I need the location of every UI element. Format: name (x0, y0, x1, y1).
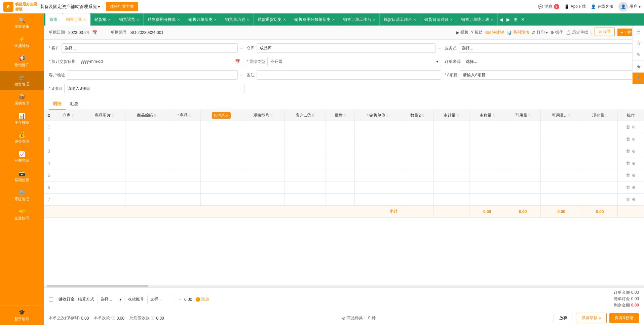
sidebar-item-inventory[interactable]: 📊 库存核算 (0, 109, 44, 128)
col-main-qty[interactable]: 主数量⇅ (469, 110, 505, 121)
tab-close-icon[interactable]: ✕ (214, 18, 217, 22)
copy-icon[interactable]: ⊕ (632, 185, 636, 190)
col-main-unit[interactable]: 主计量⇅ (433, 110, 469, 121)
delete-icon[interactable]: 🗑 (626, 136, 630, 141)
tab-detail[interactable]: 明细 (49, 99, 66, 110)
warehouse-more[interactable]: ··· (438, 46, 441, 50)
tab-close-icon[interactable]: ✕ (373, 18, 375, 22)
add-payment-button[interactable]: 🟠 添加 (195, 296, 209, 302)
col-unit[interactable]: *销售单位⇅ (355, 110, 401, 121)
tab-order-history[interactable]: 销售订单历史 ✕ (184, 13, 221, 26)
tab-close-icon[interactable]: ✕ (491, 18, 493, 22)
delete-icon[interactable]: 🗑 (626, 149, 630, 154)
payment-method-input[interactable]: 选择... ▾ (98, 295, 124, 304)
copy-icon[interactable]: ⊕ (632, 197, 636, 202)
industry-button[interactable]: 体验行业方案 (106, 2, 138, 11)
invoice-input[interactable]: 不开票 ▾ (267, 57, 441, 66)
sidebar-item-baseinfo[interactable]: 🗃️ 基础信息 (0, 167, 44, 186)
calendar-icon[interactable]: 📅 (92, 30, 97, 35)
tab-close-icon[interactable]: ✕ (450, 18, 453, 22)
col-product[interactable]: *商品⇅ (168, 110, 200, 121)
tab-expense-split[interactable]: 销售费用分摊单 ✕ (144, 13, 184, 26)
col-scan[interactable]: 扫码录入 (200, 110, 242, 121)
profit-btn[interactable]: 📊 毛利预估 (507, 30, 529, 35)
copy-icon[interactable]: ⊕ (632, 161, 636, 166)
sidebar-item-operation[interactable]: 📈 经营管理 (0, 148, 44, 167)
message-button[interactable]: 💬 消息 9 (538, 4, 559, 9)
tab-close-icon[interactable]: ✕ (283, 18, 286, 22)
tab-close-icon[interactable]: ✕ (83, 18, 86, 22)
address-more[interactable]: ··· (240, 73, 243, 77)
tab-close-icon[interactable]: ✕ (137, 18, 139, 22)
tab-sales-slip[interactable]: 销货单 ✕ (90, 13, 115, 26)
tab-close-icon[interactable]: ✕ (413, 18, 416, 22)
sidebar-item-sales[interactable]: 🛒 销售管理 (0, 71, 44, 90)
tab-home[interactable]: 首页 (45, 13, 62, 26)
draft-dropdown-icon[interactable]: ▾ (599, 316, 601, 321)
account-more[interactable]: ··· (178, 297, 181, 302)
salesperson-input[interactable]: 选择... (459, 43, 634, 53)
tab-close-icon[interactable]: ✕ (332, 18, 335, 22)
tab-order-report[interactable]: 销售订单统计表 ✕ (457, 13, 498, 26)
tab-close-icon[interactable]: ✕ (108, 18, 111, 22)
col-warehouse[interactable]: 仓库⇅ (54, 110, 83, 121)
col-qty2[interactable]: 数量2⇅ (401, 110, 433, 121)
tab-daily-workbench[interactable]: 钱货日清工作台 ✕ (380, 13, 420, 26)
col-code[interactable]: 商品编码⇅ (125, 110, 168, 121)
tab-summary[interactable]: 汇总 (66, 99, 82, 110)
tab-close-icon[interactable]: ✕ (177, 18, 180, 22)
scan-button[interactable]: 扫码录入 (212, 112, 231, 119)
b-project-input[interactable]: 请输入B项目 (64, 84, 244, 93)
tab-return-history[interactable]: 销货退货历史 ✕ (254, 13, 290, 26)
customer-input[interactable]: 选择... (62, 43, 238, 53)
system-name[interactable]: 装备及固定资产辅助管理系统 ▾ (40, 4, 100, 10)
right-panel-item-3[interactable]: ✎ (633, 49, 644, 61)
col-available[interactable]: 可用量⇅ (505, 110, 541, 121)
col-attr[interactable]: 属性⇅ (326, 110, 355, 121)
delete-icon[interactable]: 🗑 (626, 185, 630, 190)
copy-icon[interactable]: ⊕ (632, 124, 636, 129)
tab-next-button[interactable]: ▶ (505, 17, 512, 22)
tab-expand-button[interactable]: ⊞ (512, 17, 519, 22)
copy-icon[interactable]: ⊕ (632, 149, 636, 154)
note-input[interactable] (257, 70, 441, 80)
tab-daily-reconcile[interactable]: 钱货日清对账 ✕ (420, 13, 457, 26)
delete-icon[interactable]: 🗑 (626, 124, 630, 129)
delete-icon[interactable]: 🗑 (626, 161, 630, 166)
sidebar-item-finance[interactable]: 💰 资金管理 (0, 128, 44, 148)
delete-icon[interactable]: 🗑 (626, 173, 630, 178)
right-panel-item-1[interactable]: ⊟ (633, 26, 644, 37)
print-btn[interactable]: 🖨 打印 ▾ (532, 30, 548, 35)
online-service-button[interactable]: 👤 在线客服 (591, 4, 613, 9)
tab-prev-button[interactable]: ◀ (498, 17, 505, 22)
sidebar-item-system[interactable]: ⚙️ 系统管理 (0, 186, 44, 205)
history-btn[interactable]: 📋 历史单据 (566, 30, 588, 35)
tab-expense-history[interactable]: 销售费用分摊单历史 ✕ (290, 13, 339, 26)
payment-amount[interactable]: 0.00 (184, 297, 192, 302)
sidebar-item-purchase[interactable]: 📦 采购管理 (0, 90, 44, 109)
copy-icon[interactable]: ⊕ (632, 136, 636, 141)
delivery-input[interactable]: yyyy-mm-dd 📅 (78, 57, 243, 66)
warehouse-input[interactable]: 成品库 (257, 43, 435, 53)
tab-close-all-button[interactable]: ✕ (519, 17, 527, 22)
video-btn[interactable]: ▶ 视频 (456, 30, 468, 35)
tab-close-icon[interactable]: ✕ (247, 18, 249, 22)
save-draft-button[interactable]: 保存草稿 ▾ (576, 313, 607, 323)
right-panel-item-2[interactable]: ☆ (633, 37, 644, 49)
sidebar-item-quicknav[interactable]: ⚡ 快捷导航 (0, 33, 44, 52)
settings-button[interactable]: ⚙ 设置 (595, 28, 615, 36)
tab-slip-history[interactable]: 销货单历史 ✕ (221, 13, 254, 26)
customer-more[interactable]: ··· (240, 46, 243, 50)
col-available2[interactable]: 可用量...⇅ (541, 110, 582, 121)
one-click-checkbox[interactable]: 一键收订金 (49, 296, 75, 302)
sidebar-item-search[interactable]: 🔍 搜索菜单 (0, 13, 44, 33)
help-btn[interactable]: ? 帮助 (471, 30, 483, 35)
a-project-input[interactable]: 请输入A项目 (460, 70, 639, 80)
app-download-button[interactable]: 📱 App下载 (564, 4, 586, 9)
tab-sales-order[interactable]: 销售订单 ✕ (62, 13, 90, 26)
right-panel-item-4[interactable]: ★ (633, 61, 644, 73)
sidebar-item-marketing[interactable]: 📢 营销推广 (0, 52, 44, 71)
tab-order-workbench[interactable]: 销售订单工作台 ✕ (339, 13, 380, 26)
col-settings[interactable]: ⚙ (44, 110, 54, 121)
one-click-check[interactable] (49, 297, 53, 301)
